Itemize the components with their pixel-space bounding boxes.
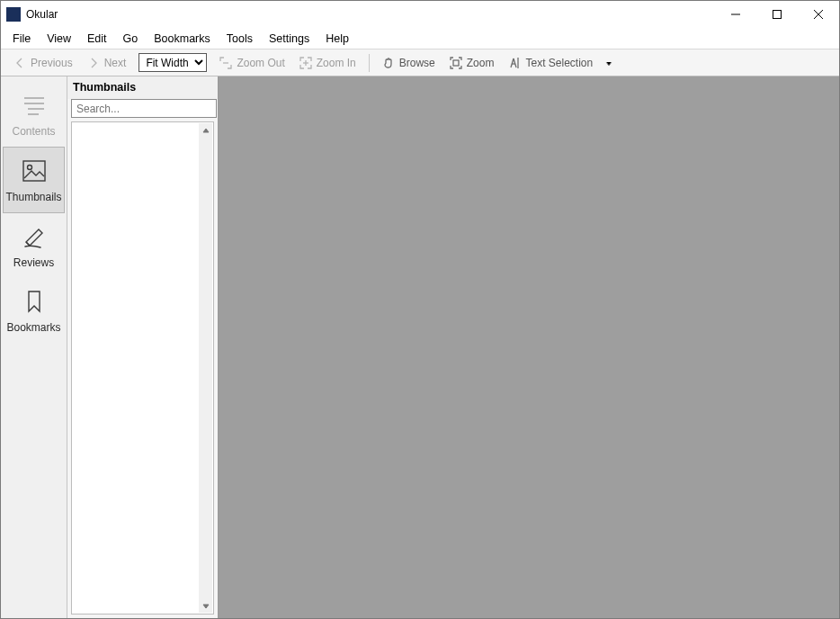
svg-line-18: [26, 242, 30, 246]
svg-line-9: [514, 58, 516, 67]
next-button[interactable]: Next: [80, 55, 134, 71]
scroll-down-icon[interactable]: [199, 599, 212, 613]
search-input[interactable]: [71, 99, 217, 118]
svg-rect-16: [23, 161, 45, 181]
hand-icon: [382, 57, 395, 69]
menu-bar: File View Edit Go Bookmarks Tools Settin…: [1, 28, 839, 49]
window-title: Okular: [26, 8, 58, 21]
previous-button[interactable]: Previous: [6, 55, 80, 71]
menu-view[interactable]: View: [39, 30, 79, 48]
browse-button[interactable]: Browse: [375, 55, 442, 71]
svg-marker-21: [203, 605, 209, 608]
text-selection-icon: [508, 57, 521, 69]
chevron-right-icon: [87, 57, 100, 69]
zoom-tool-icon: [450, 57, 462, 69]
zoom-in-icon: [299, 57, 312, 69]
tab-contents-label: Contents: [12, 125, 55, 138]
menu-file[interactable]: File: [4, 30, 39, 48]
tab-reviews[interactable]: Reviews: [1, 213, 67, 278]
menu-edit[interactable]: Edit: [79, 30, 115, 48]
zoom-out-label: Zoom Out: [237, 57, 284, 69]
svg-line-8: [511, 58, 514, 67]
menu-go[interactable]: Go: [115, 30, 147, 48]
zoom-in-button[interactable]: Zoom In: [292, 55, 363, 71]
chevron-down-icon: [605, 60, 612, 67]
zoom-tool-button[interactable]: Zoom: [442, 55, 502, 71]
text-selection-label: Text Selection: [525, 57, 593, 69]
tab-bookmarks[interactable]: Bookmarks: [1, 278, 67, 343]
document-viewport[interactable]: [219, 76, 839, 618]
svg-rect-7: [453, 60, 459, 66]
reviews-icon: [21, 224, 48, 249]
tab-thumbnails-label: Thumbnails: [5, 191, 61, 203]
menu-bookmarks[interactable]: Bookmarks: [146, 30, 219, 48]
maximize-button[interactable]: [756, 1, 798, 28]
tab-reviews-label: Reviews: [13, 256, 54, 269]
menu-settings[interactable]: Settings: [261, 30, 317, 48]
scroll-up-icon[interactable]: [199, 123, 212, 137]
svg-rect-1: [773, 11, 782, 19]
side-panel: Thumbnails: [67, 76, 219, 618]
zoom-level-select[interactable]: Fit Width: [139, 53, 207, 72]
app-icon: [6, 7, 21, 22]
panel-title: Thumbnails: [67, 76, 218, 99]
tab-contents[interactable]: Contents: [1, 82, 67, 147]
text-selection-dropdown[interactable]: [600, 53, 618, 73]
previous-label: Previous: [31, 57, 73, 69]
svg-point-17: [27, 166, 31, 170]
toolbar-separator: [369, 54, 370, 72]
menu-tools[interactable]: Tools: [219, 30, 261, 48]
chevron-left-icon: [13, 57, 26, 69]
zoom-in-label: Zoom In: [317, 57, 356, 69]
main-area: Contents Thumbnails Reviews Bookmarks Th…: [1, 76, 839, 618]
text-selection-button[interactable]: Text Selection: [501, 55, 600, 71]
thumbnails-icon: [21, 158, 48, 184]
search-row: [67, 99, 218, 121]
tab-thumbnails[interactable]: Thumbnails: [3, 147, 65, 213]
thumbnails-list: [71, 121, 214, 615]
tab-bookmarks-label: Bookmarks: [6, 321, 60, 334]
contents-icon: [21, 93, 48, 118]
thumbnails-scrollbar[interactable]: [199, 123, 212, 613]
zoom-tool-label: Zoom: [467, 57, 495, 69]
next-label: Next: [104, 57, 127, 69]
browse-label: Browse: [399, 57, 435, 69]
bookmarks-icon: [21, 289, 48, 314]
menu-help[interactable]: Help: [317, 30, 357, 48]
close-button[interactable]: [798, 1, 839, 28]
svg-marker-20: [203, 129, 209, 132]
zoom-out-button[interactable]: Zoom Out: [212, 55, 291, 71]
zoom-out-icon: [219, 57, 232, 69]
toolbar: Previous Next Fit Width Zoom Out Zoom In…: [1, 49, 839, 76]
side-tabstrip: Contents Thumbnails Reviews Bookmarks: [1, 76, 67, 618]
title-bar: Okular: [1, 1, 839, 28]
minimize-button[interactable]: [715, 1, 756, 28]
